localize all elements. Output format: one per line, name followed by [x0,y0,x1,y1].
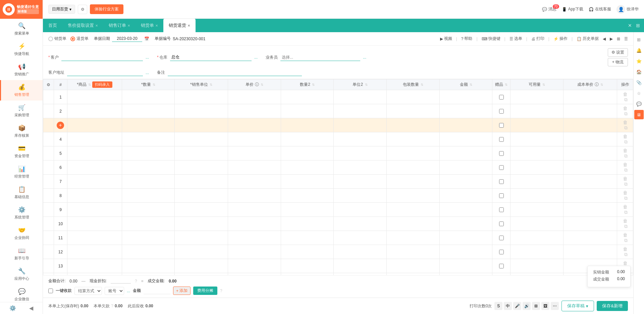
sidebar-item-search[interactable]: 🔍 搜索菜单 [0,19,43,39]
row-amount-6[interactable] [440,161,492,175]
row-amount-3[interactable] [440,118,492,132]
amount-input-7[interactable] [442,179,489,184]
amount-input-9[interactable] [442,207,489,212]
unit2-input-1[interactable] [336,95,383,100]
row-qty2-1[interactable] [281,90,334,104]
row-price-3[interactable] [228,118,281,132]
settings-bottom-btn[interactable]: ⚙️ [9,305,16,311]
quantity-input-12[interactable] [125,250,172,254]
icon-qr[interactable]: ⊞ [532,302,540,310]
row-packqty-4[interactable] [386,132,440,146]
product-input-10[interactable] [70,222,119,226]
row-price-2[interactable] [228,104,281,118]
gift-checkbox-5[interactable] [499,151,504,156]
row-amount-10[interactable] [440,217,492,231]
row-available-5[interactable] [511,146,564,161]
tab-sales-order-close[interactable]: ✕ [127,24,130,27]
sidebar-item-cooperation[interactable]: 🤝 企业协同 [0,223,43,244]
right-panel-screen-btn[interactable]: 🖥 [634,110,644,119]
row-quantity-6[interactable] [122,161,174,175]
packqty-input-8[interactable] [389,193,437,198]
available-input-9[interactable] [513,207,560,212]
cost-input-1[interactable] [566,95,614,100]
quantity-input-11[interactable] [125,236,172,240]
packqty-input-9[interactable] [389,207,437,212]
tab-price-settings[interactable]: 售价提取设置 ✕ [62,19,103,32]
row-cost-6[interactable] [564,161,617,175]
tab-price-settings-close[interactable]: ✕ [95,24,98,27]
row-qty2-3[interactable] [281,118,334,132]
save-new-btn[interactable]: 保存&新增 [597,301,628,311]
row-product-1[interactable] [67,90,122,104]
row-packqty-11[interactable] [386,231,440,245]
topbar-settings-btn[interactable]: ⚙ [78,5,87,14]
unit-sort-icon[interactable]: ⇅ [210,83,212,86]
amount-input-5[interactable] [442,151,489,156]
row-qty2-4[interactable] [281,132,334,146]
row-amount-11[interactable] [440,231,492,245]
unit-input-3[interactable] [177,123,225,128]
calendar-icon[interactable]: 📅 [144,37,149,41]
row-available-2[interactable] [511,104,564,118]
gift-checkbox-12[interactable] [499,250,504,254]
sidebar-item-guide[interactable]: 📖 新手引导 [0,244,43,264]
row-packqty-7[interactable] [386,175,440,189]
row-cost-11[interactable] [564,231,617,245]
row-amount-12[interactable] [440,245,492,259]
amount-input-4[interactable] [442,137,489,142]
row-unit-7[interactable] [174,175,228,189]
row-unit2-2[interactable] [334,104,386,118]
cost-input-10[interactable] [566,222,614,226]
sidebar-item-finance[interactable]: 💳 资金管理 [0,141,43,162]
row-unit-10[interactable] [174,217,228,231]
row-unit2-1[interactable] [334,90,386,104]
product-input-9[interactable] [70,207,119,212]
copy-btn-5[interactable]: ⧉ [624,153,628,159]
row-unit2-12[interactable] [334,245,386,259]
product-input-4[interactable] [70,137,119,142]
delete-btn-6[interactable]: 🗑 [623,162,628,167]
cost-sort-icon[interactable]: ⇅ [600,83,603,86]
row-available-12[interactable] [511,245,564,259]
industry-select[interactable]: 日用百货 ▾ [48,5,75,14]
amount-input-8[interactable] [442,193,489,198]
right-panel-star-btn[interactable]: ⭐ [634,56,644,66]
price-sort-icon[interactable]: ⇅ [261,83,263,86]
tab-sales-bill[interactable]: 销货单 ✕ [136,19,163,32]
user-avatar-btn[interactable]: 👤 徐泽华 [616,5,639,14]
available-input-12[interactable] [513,250,560,254]
print-btn[interactable]: 🖨 打印 [531,36,544,42]
row-unit2-5[interactable] [334,146,386,161]
row-quantity-8[interactable] [122,189,174,203]
row-unit2-9[interactable] [334,203,386,217]
available-input-11[interactable] [513,236,560,240]
row-price-1[interactable] [228,90,281,104]
row-product-5[interactable] [67,146,122,161]
cost-input-8[interactable] [566,193,614,198]
available-input-3[interactable] [513,123,560,128]
unit2-sort-icon[interactable]: ⇅ [365,83,368,86]
row-qty2-11[interactable] [281,231,334,245]
row-qty2-8[interactable] [281,189,334,203]
available-input-10[interactable] [513,222,560,226]
copy-btn-10[interactable]: ⧉ [624,224,628,229]
unit2-input-13[interactable] [336,264,383,268]
icon-img[interactable]: 🖼 [541,302,549,310]
row-cost-9[interactable] [564,203,617,217]
qty2-input-10[interactable] [284,222,331,226]
product-input-12[interactable] [70,250,119,254]
qty2-input-13[interactable] [284,264,331,268]
logistics-btn[interactable]: + 物流 [608,58,628,66]
row-quantity-3[interactable] [122,118,174,132]
cost-input-5[interactable] [566,151,614,156]
row-cost-5[interactable] [564,146,617,161]
unit-input-9[interactable] [177,207,225,212]
qty2-input-12[interactable] [284,250,331,254]
radio-sales[interactable]: 销货单 [48,36,66,42]
shortcut-btn[interactable]: ⌨ 快捷键 [482,36,500,42]
row-price-6[interactable] [228,161,281,175]
copy-btn-12[interactable]: ⧉ [624,252,628,257]
tab-sales-return-close[interactable]: ✕ [187,24,190,27]
unit2-input-9[interactable] [336,207,383,212]
delete-btn-1[interactable]: 🗑 [623,91,628,97]
